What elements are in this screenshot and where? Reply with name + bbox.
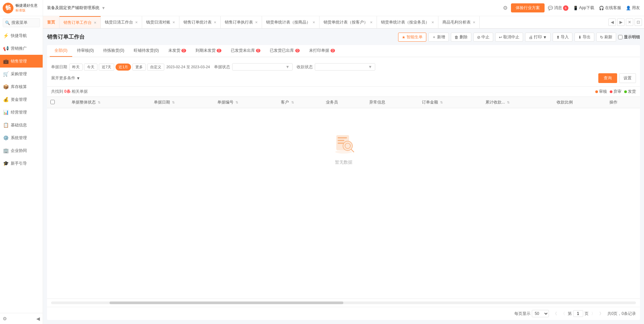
user-button[interactable]: 👤 用友 [626, 5, 640, 11]
date-1month-btn[interactable]: 近1月 [116, 64, 131, 71]
sidebar-item-purchase[interactable]: 🛒 采购管理 [0, 68, 43, 80]
sidebar-item-basic[interactable]: 📋 基础信息 [0, 119, 43, 131]
date-custom-btn[interactable]: 自定义 [147, 64, 164, 71]
sales-icon: 💼 [3, 58, 9, 64]
page-first-button[interactable]: 《 [552, 310, 558, 317]
sidebar-item-system[interactable]: ⚙️ 系统管理 [0, 131, 43, 144]
table-header-amount[interactable]: 订单金额 ⇅ [419, 97, 482, 108]
tab-sales-exec[interactable]: 销售订单执行表 ✕ [221, 16, 262, 28]
cancel-stop-button[interactable]: ↩ 取消中止 [495, 33, 523, 42]
page-prev-button[interactable]: 〈 [560, 310, 566, 317]
tab-cash-daily-close[interactable]: ✕ [135, 21, 138, 24]
sidebar-item-inventory[interactable]: 📦 库存核算 [0, 80, 43, 93]
tab-sales-stat-close[interactable]: ✕ [214, 21, 216, 24]
sidebar-collapse-button[interactable]: ◀ [36, 316, 40, 321]
table-header-date[interactable]: 单据日期 ⇅ [151, 97, 214, 108]
filter-tab-shipped-out[interactable]: 已发货已出库 0 [265, 45, 304, 57]
cancel-review-action-btn[interactable]: 弃审 [610, 89, 621, 94]
tab-sales-stat[interactable]: 销售订单统计表 ✕ [179, 16, 221, 28]
filter-tab-overdue[interactable]: 到期未发货 0 [191, 45, 226, 57]
status-select[interactable]: ▼ [232, 63, 293, 71]
show-detail-checkbox[interactable] [618, 35, 622, 39]
filter-tab-pending-inspect[interactable]: 待拣验货(0) [98, 45, 129, 57]
online-service-button[interactable]: 🎧 在线客服 [599, 5, 621, 11]
date-today-btn[interactable]: 今天 [84, 64, 97, 71]
review-action-btn[interactable]: 审核 [595, 89, 607, 94]
tab-sales-workbench-close[interactable]: ✕ [94, 21, 96, 25]
tab-close-all-button[interactable]: ✕ [626, 18, 633, 26]
export-button[interactable]: ⬇ 导出 [574, 33, 594, 42]
smart-create-button[interactable]: ★ 智能生单 [398, 33, 426, 42]
select-all-checkbox[interactable] [50, 100, 55, 104]
sidebar-item-marketing[interactable]: 📢 营销推广 [0, 42, 43, 55]
sidebar-item-sales[interactable]: 💼 销售管理 [0, 55, 43, 68]
page-last-button[interactable]: 》 [598, 310, 605, 317]
filter-tab-not-printed[interactable]: 未打印单据 0 [304, 45, 340, 57]
filter-tab-wangpu[interactable]: 旺铺待发货(0) [129, 45, 164, 57]
table-header-collected[interactable]: 累计收款... ⇅ [482, 97, 553, 108]
app-download-button[interactable]: 📱 App下载 [573, 5, 594, 11]
show-detail-checkbox-label[interactable]: 显示明细 [618, 34, 640, 40]
delete-button[interactable]: 🗑 删除 [451, 33, 471, 42]
table-header-status[interactable]: 单据整体状态 ⇅ [68, 97, 151, 108]
add-button[interactable]: ＋ 新增 [428, 33, 449, 42]
tab-prev-button[interactable]: ◀ [608, 18, 616, 26]
tab-gross-margin-close[interactable]: ✕ [473, 21, 475, 24]
horizontal-scrollbar[interactable] [47, 298, 640, 307]
tab-gross-margin[interactable]: 商品毛利分析表 ✕ [438, 16, 480, 28]
tab-sales-stat-product-close[interactable]: ✕ [312, 21, 315, 24]
filter-tab-pending[interactable]: 待审核(0) [72, 45, 99, 57]
print-button[interactable]: 🖨 打印 ▼ [525, 33, 551, 42]
tab-sales-workbench[interactable]: 销售订单工作台 ✕ [59, 16, 101, 28]
tab-sales-stat-product[interactable]: 销货单统计表（按商品） ✕ [262, 16, 319, 28]
filter-tab-all[interactable]: 全部(0) [50, 45, 72, 57]
table-header-staff[interactable]: 业务员 [323, 97, 366, 108]
sidebar-item-enterprise[interactable]: 🏢 企业协同 [0, 144, 43, 157]
payment-select[interactable]: ▼ [315, 63, 375, 71]
message-button[interactable]: 💬 消息 6 [548, 5, 568, 11]
tab-sales-stat-customer-close[interactable]: ✕ [370, 21, 373, 24]
ship-action-btn[interactable]: 发货 [624, 89, 636, 94]
filter-tab-shipped-not-out[interactable]: 已发货未出库 0 [226, 45, 265, 57]
stop-button[interactable]: ⊘ 中止 [473, 33, 493, 42]
search-menu-button[interactable]: 🔍 搜索菜单 [3, 18, 40, 27]
expand-filter-button[interactable]: 展开更多条件 ▼ [51, 75, 80, 81]
sidebar-settings-button[interactable]: ⚙ [3, 316, 7, 321]
date-more-btn[interactable]: 更多 [132, 64, 146, 71]
date-yesterday-btn[interactable]: 昨天 [69, 64, 83, 71]
scroll-thumb[interactable] [110, 301, 343, 304]
tab-home[interactable]: 首页 [43, 16, 59, 28]
settings-icon[interactable]: ⚙ [503, 5, 508, 11]
tab-sales-stat-staff-close[interactable]: ✕ [431, 21, 434, 24]
table-header-number[interactable]: 单据编号 ⇅ [214, 97, 277, 108]
sidebar-item-finance[interactable]: 💰 资金管理 [0, 93, 43, 106]
page-size-select[interactable]: 50 100 200 [532, 310, 549, 317]
tab-next-button[interactable]: ▶ [617, 18, 625, 26]
table-header-customer[interactable]: 客户 ⇅ [277, 97, 323, 108]
tab-sales-exec-close[interactable]: ✕ [255, 21, 258, 24]
filter-tab-not-shipped[interactable]: 未发货 0 [164, 45, 191, 57]
date-7days-btn[interactable]: 近7天 [99, 64, 114, 71]
import-button[interactable]: ⬆ 导入 [553, 33, 572, 42]
tab-maximize-button[interactable]: ⊡ [635, 18, 642, 26]
cancel-stop-label: 取消中止 [503, 34, 519, 40]
experience-button[interactable]: 体验行业方案 [511, 3, 545, 12]
enterprise-label: 企业协同 [11, 148, 27, 154]
delete-label: 删除 [460, 34, 468, 40]
tab-sales-stat-staff[interactable]: 销货单统计表（按业务员） ✕ [377, 16, 438, 28]
sidebar-search-area: 🔍 搜索菜单 [0, 16, 43, 29]
refresh-button[interactable]: ↻ 刷新 [596, 33, 616, 42]
tab-cash-reconcile[interactable]: 钱货日清对账 ✕ [142, 16, 179, 28]
tab-cash-reconcile-close[interactable]: ✕ [172, 21, 175, 24]
tab-sales-stat-customer[interactable]: 销货单统计表（按客户） ✕ [319, 16, 377, 28]
set-button[interactable]: 设置 [619, 73, 636, 83]
table-header-abnormal[interactable]: 异常信息 [366, 97, 418, 108]
query-button[interactable]: 查询 [598, 73, 617, 83]
page-input[interactable] [573, 310, 583, 317]
svg-rect-2 [338, 137, 347, 138]
tab-cash-daily[interactable]: 钱货日清工作台 ✕ [101, 16, 142, 28]
sidebar-item-quicknav[interactable]: ⚡ 快捷导航 [0, 29, 43, 42]
sidebar-item-operation[interactable]: 📊 经营管理 [0, 106, 43, 119]
page-next-button[interactable]: 〉 [590, 310, 597, 317]
sidebar-item-guide[interactable]: 🎓 新手引导 [0, 157, 43, 170]
